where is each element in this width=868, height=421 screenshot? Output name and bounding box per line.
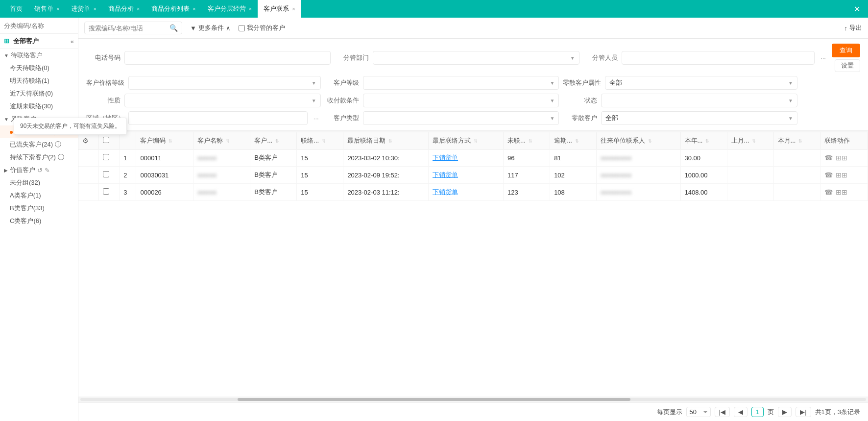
window-close-btn[interactable]: ✕ <box>850 4 864 14</box>
prev-page-btn[interactable]: ◀ <box>734 407 747 417</box>
close-customer-contact-tab[interactable]: × <box>292 6 295 12</box>
more-action-icon-2[interactable]: ⊞⊞ <box>836 188 847 196</box>
filter-region-dots[interactable]: ··· <box>312 115 321 122</box>
top-nav: 首页 销售单 × 进货单 × 商品分析 × 商品分析列表 × 客户分层经营 × … <box>0 0 868 18</box>
cell-checkbox-0[interactable] <box>99 149 120 167</box>
cell-checkbox-2[interactable] <box>99 184 120 201</box>
tab-customer-contact[interactable]: 客户联系 × <box>258 0 301 18</box>
method-link-1[interactable]: 下销货单 <box>433 171 458 178</box>
method-link-2[interactable]: 下销货单 <box>433 188 458 196</box>
filter-price-level: 客户价格等级 ▼ <box>86 76 321 90</box>
col-last-month[interactable]: 上月... ⇅ <box>727 132 773 149</box>
sidebar-search-input[interactable] <box>4 22 78 29</box>
table-settings-icon[interactable]: ⚙ <box>82 137 89 145</box>
select-all-checkbox[interactable] <box>103 137 109 143</box>
tab-analysis[interactable]: 商品分析 × <box>102 0 145 18</box>
filter-dept-select[interactable]: ▼ <box>373 51 579 65</box>
sidebar-item-7days[interactable]: 近7天待联络(0) <box>0 87 78 100</box>
cell-checkbox-1[interactable] <box>99 167 120 184</box>
tab-customer-layer[interactable]: 客户分层经营 × <box>202 0 258 18</box>
cell-method-2[interactable]: 下销货单 <box>429 184 504 201</box>
filter-phone-input[interactable] <box>124 51 331 65</box>
tab-analysis-list[interactable]: 商品分析列表 × <box>145 0 201 18</box>
close-analysis-tab[interactable]: × <box>137 6 140 12</box>
col-this-year[interactable]: 本年... ⇅ <box>680 132 727 149</box>
col-this-month[interactable]: 本月... ⇅ <box>773 132 820 149</box>
tab-sales[interactable]: 销售单 × <box>28 0 65 18</box>
col-name[interactable]: 客户名称 ⇅ <box>193 132 250 149</box>
cell-method-0[interactable]: 下销货单 <box>429 149 504 167</box>
contact-icon-1[interactable]: ☎ <box>824 171 833 179</box>
row-checkbox-1[interactable] <box>103 171 109 177</box>
my-customers-checkbox[interactable] <box>239 25 245 31</box>
first-page-btn[interactable]: |◀ <box>715 407 730 417</box>
page-size-select[interactable]: 50 100 200 <box>686 407 711 417</box>
col-uncontacted[interactable]: 未联... ⇅ <box>504 132 550 149</box>
filter-retail-select[interactable]: 全部 ▼ <box>601 111 797 125</box>
home-tab[interactable]: 首页 <box>4 4 28 13</box>
export-btn[interactable]: ↑ 导出 <box>844 24 863 32</box>
filter-retail-attr-select[interactable]: 全部 ▼ <box>605 76 797 90</box>
row-checkbox-2[interactable] <box>103 188 109 195</box>
sidebar-section-pending[interactable]: ▼ 待联络客户 <box>0 49 78 62</box>
sidebar-item-today[interactable]: 今天待联络(0) <box>0 62 78 74</box>
sidebar-item-overdue[interactable]: 逾期未联络(30) <box>0 100 78 113</box>
sidebar-item-c-class[interactable]: C类客户(6) <box>0 215 78 227</box>
col-type[interactable]: 客户... ⇅ <box>250 132 297 149</box>
next-page-btn[interactable]: ▶ <box>778 407 792 417</box>
cell-overdue-1: 102 <box>550 167 597 184</box>
col-overdue[interactable]: 逾期... ⇅ <box>550 132 597 149</box>
scrollbar-thumb[interactable] <box>238 398 630 401</box>
method-link-0[interactable]: 下销货单 <box>433 154 458 161</box>
sidebar-item-churned[interactable]: 已流失客户(24) ⓘ <box>0 138 78 151</box>
contact-icon-0[interactable]: ☎ <box>824 154 833 162</box>
main-search-icon[interactable]: 🔍 <box>169 24 178 32</box>
close-customer-layer-tab[interactable]: × <box>249 6 252 12</box>
horizontal-scrollbar[interactable] <box>78 396 868 402</box>
refresh-icon[interactable]: ↺ <box>37 167 43 174</box>
filter-status-select[interactable]: ▼ <box>601 94 797 107</box>
main-search-input[interactable] <box>89 25 169 32</box>
col-contact[interactable]: 联络... ⇅ <box>297 132 343 149</box>
last-page-btn[interactable]: ▶| <box>796 407 811 417</box>
filter-type-select[interactable]: ▼ <box>363 111 559 125</box>
pagination: 每页显示 50 100 200 |◀ ◀ 1 页 ▶ ▶| 共1页，3条记录 <box>78 402 868 421</box>
sidebar-section-value[interactable]: ▶ 价值客户 ↺ ✎ <box>0 164 78 176</box>
col-last-method[interactable]: 最后联络方式 ⇅ <box>429 132 504 149</box>
contact-icon-2[interactable]: ☎ <box>824 188 833 196</box>
close-sales-tab[interactable]: × <box>56 6 59 12</box>
col-last-date[interactable]: 最后联络日期 ⇅ <box>343 132 429 149</box>
col-settings[interactable]: ⚙ <box>78 132 99 149</box>
filter-payment-select[interactable]: ▼ <box>363 94 559 107</box>
filter-phone-label: 电话号码 <box>86 53 121 62</box>
more-action-icon-0[interactable]: ⊞⊞ <box>836 154 847 162</box>
close-purchase-tab[interactable]: × <box>93 6 96 12</box>
more-action-icon-1[interactable]: ⊞⊞ <box>836 171 847 179</box>
settings-btn[interactable]: 设置 <box>835 59 860 72</box>
col-unit-contact[interactable]: 往来单位联系人 ⇅ <box>597 132 680 149</box>
sidebar-item-a-class[interactable]: A类客户(1) <box>0 189 78 202</box>
edit-icon[interactable]: ✎ <box>45 167 50 174</box>
sidebar-item-tomorrow[interactable]: 明天待联络(1) <box>0 74 78 87</box>
chevron-down-icon: ▼ <box>570 55 575 61</box>
filter-person-select[interactable] <box>622 51 815 65</box>
all-customers-item[interactable]: ⊞ 全部客户 « <box>0 34 78 49</box>
cell-method-1[interactable]: 下销货单 <box>429 167 504 184</box>
sidebar-item-ungroup[interactable]: 未分组(32) <box>0 176 78 189</box>
filter-customer-select[interactable]: ▼ <box>363 76 559 90</box>
filter-nature-select[interactable]: ▼ <box>124 94 321 107</box>
filter-retail-attr-label: 零散客户属性 <box>563 78 601 87</box>
query-btn[interactable]: 查询 <box>832 44 860 57</box>
sidebar-item-declining[interactable]: 持续下滑客户(2) ⓘ <box>0 151 78 164</box>
filter-dept: 分管部门 ▼ <box>335 51 579 65</box>
col-code[interactable]: 客户编码 ⇅ <box>136 132 193 149</box>
filter-price-select[interactable]: ▼ <box>128 76 321 90</box>
tab-purchase[interactable]: 进货单 × <box>65 0 102 18</box>
filter-person-dots[interactable]: ··· <box>819 54 828 62</box>
filter-region-select[interactable] <box>128 111 308 125</box>
sidebar-item-b-class[interactable]: B类客户(33) <box>0 202 78 215</box>
cell-lmonth-1 <box>727 167 773 184</box>
close-analysis-list-tab[interactable]: × <box>193 6 195 12</box>
more-conditions-btn[interactable]: ▼ 更多条件 ∧ <box>186 22 235 34</box>
row-checkbox-0[interactable] <box>103 154 109 160</box>
